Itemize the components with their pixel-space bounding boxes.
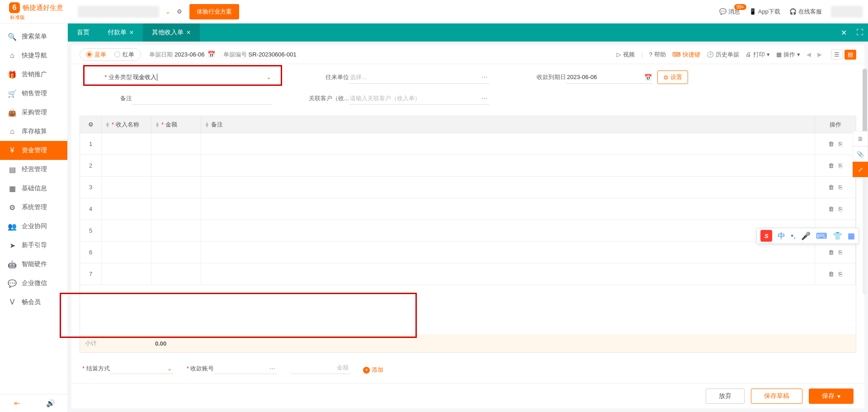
sidebar-item-1[interactable]: ⌂快捷导航 (0, 46, 67, 65)
cell-name[interactable] (102, 133, 151, 154)
cell-amount[interactable] (151, 198, 201, 220)
cell-name[interactable] (102, 263, 151, 285)
cell-note[interactable] (201, 177, 815, 198)
remark-input[interactable] (132, 92, 272, 105)
close-icon[interactable]: ✕ (186, 29, 191, 36)
cell-note[interactable] (201, 263, 815, 285)
ime-toolbar[interactable]: S 中 •, 🎤 ⌨ 👕 ▦ (756, 228, 859, 244)
biz-type-select[interactable]: 现金收入 ⌄ (132, 71, 272, 84)
col-note[interactable]: 备注 (211, 121, 223, 129)
settings-gear-icon[interactable]: ⚙ (177, 8, 182, 15)
sound-icon[interactable]: 🔊 (34, 399, 68, 407)
cell-note[interactable] (201, 133, 815, 154)
delete-row-icon[interactable]: 🗑 (828, 249, 834, 256)
cell-name[interactable] (102, 242, 151, 263)
ime-keyboard-icon[interactable]: ⌨ (816, 231, 827, 241)
tab-2[interactable]: 其他收入单✕ (143, 23, 200, 42)
ime-skin-icon[interactable]: 👕 (833, 231, 842, 241)
table-row[interactable]: 1🗑⎘ (80, 133, 856, 155)
copy-row-icon[interactable]: ⎘ (839, 206, 842, 212)
settings-button[interactable]: ⚙设置 (657, 70, 688, 84)
save-draft-button[interactable]: 保存草稿 (751, 389, 802, 404)
delete-row-icon[interactable]: 🗑 (828, 206, 834, 212)
sidebar-item-0[interactable]: 🔍搜索菜单 (0, 27, 67, 46)
sidebar-item-5[interactable]: ⌂库存核算 (0, 122, 67, 141)
settle-account-select[interactable]: ⋯ (214, 363, 277, 374)
ime-lang[interactable]: 中 (778, 231, 785, 241)
collapse-sidebar-icon[interactable]: ⇤ (0, 399, 34, 407)
settle-method-select[interactable]: ⌄ (110, 363, 173, 374)
expand-tool-icon[interactable]: ⤢ (853, 162, 868, 177)
add-settlement-button[interactable]: +添加 (363, 366, 383, 374)
sidebar-item-12[interactable]: 🤖智能硬件 (0, 255, 67, 274)
sidebar-item-3[interactable]: 🛒销售管理 (0, 84, 67, 103)
cell-name[interactable] (102, 220, 151, 241)
discard-button[interactable]: 放弃 (706, 389, 745, 404)
sidebar-item-14[interactable]: V畅会员 (0, 293, 67, 312)
cell-amount[interactable] (151, 177, 201, 198)
delete-row-icon[interactable]: 🗑 (828, 184, 834, 191)
col-income-name[interactable]: 收入名称 (112, 121, 139, 129)
delete-row-icon[interactable]: 🗑 (828, 140, 834, 147)
calendar-icon[interactable]: 📅 (644, 74, 652, 81)
sidebar-item-9[interactable]: ⚙系统管理 (0, 198, 67, 217)
tab-fullscreen-icon[interactable]: ⛶ (852, 28, 868, 37)
cell-amount[interactable] (151, 155, 201, 176)
table-row[interactable]: 7🗑⎘ (80, 263, 856, 285)
table-row[interactable]: 6🗑⎘ (80, 242, 856, 263)
shortcut-link[interactable]: ⌨快捷键 (672, 51, 700, 59)
user-avatar[interactable] (831, 6, 863, 18)
history-link[interactable]: 🕑历史单据 (707, 51, 739, 59)
view-list-toggle[interactable]: ☰ (831, 50, 843, 60)
col-amount[interactable]: 金额 (161, 121, 177, 129)
copy-row-icon[interactable]: ⎘ (839, 140, 842, 147)
tab-1[interactable]: 付款单✕ (99, 23, 143, 42)
cell-note[interactable] (201, 198, 815, 220)
account-name[interactable] (78, 6, 159, 18)
sidebar-item-8[interactable]: ▦基础信息 (0, 179, 67, 198)
partner-select[interactable]: 选择...⋯ (349, 71, 489, 84)
settle-amount-input[interactable]: 金额 (291, 362, 349, 374)
copy-row-icon[interactable]: ⎘ (839, 249, 842, 256)
sidebar-item-7[interactable]: ▤经营管理 (0, 160, 67, 179)
sidebar-item-13[interactable]: 💬企业微信 (0, 274, 67, 293)
sidebar-item-10[interactable]: 👥企业协同 (0, 217, 67, 236)
table-row[interactable]: 5🗑⎘ (80, 220, 856, 242)
table-row[interactable]: 2🗑⎘ (80, 155, 856, 177)
customer-input[interactable]: 请输入关联客户（收入单）⋯ (349, 92, 489, 105)
column-settings-icon[interactable]: ⚙ (80, 116, 102, 133)
online-service-link[interactable]: 🎧 在线客服 (789, 8, 822, 16)
cell-note[interactable] (201, 220, 815, 241)
help-link[interactable]: ?帮助 (649, 51, 666, 59)
attach-tool-icon[interactable]: 📎 (853, 146, 868, 162)
due-date-input[interactable]: 2023-06-06📅 (566, 71, 653, 84)
more-icon[interactable]: ⋯ (481, 95, 488, 102)
note-tool-icon[interactable]: 🗎 (853, 131, 868, 146)
radio-red[interactable]: 红单 (114, 51, 134, 59)
vertical-scrollbar[interactable] (863, 69, 864, 295)
tab-0[interactable]: 首页 (68, 23, 99, 42)
cell-note[interactable] (201, 155, 815, 176)
tab-close-all-icon[interactable]: ✕ (835, 28, 852, 37)
more-icon[interactable]: ⋯ (269, 365, 276, 372)
doc-date-value[interactable]: 2023-06-06 (175, 51, 205, 58)
next-doc-icon[interactable]: ▶ (817, 51, 822, 58)
app-download-link[interactable]: 📱 App下载 (749, 8, 780, 16)
copy-row-icon[interactable]: ⎘ (839, 184, 842, 191)
ime-punct-icon[interactable]: •, (791, 231, 796, 240)
ime-mic-icon[interactable]: 🎤 (801, 231, 811, 241)
cell-amount[interactable] (151, 263, 201, 285)
save-button[interactable]: 保存▾ (809, 389, 854, 404)
radio-blue[interactable]: 蓝单 (86, 51, 106, 59)
account-chevron-icon[interactable]: ⌄ (165, 8, 170, 15)
cell-amount[interactable] (151, 242, 201, 263)
sidebar-item-4[interactable]: 👜采购管理 (0, 103, 67, 122)
cell-name[interactable] (102, 155, 151, 176)
print-link[interactable]: 🖨打印▾ (745, 51, 770, 59)
table-row[interactable]: 3🗑⎘ (80, 177, 856, 198)
more-icon[interactable]: ⋯ (481, 74, 488, 80)
sidebar-item-6[interactable]: ¥资金管理 (0, 141, 67, 160)
try-industry-button[interactable]: 体验行业方案 (189, 4, 239, 19)
calendar-icon[interactable]: 📅 (208, 51, 215, 58)
operations-link[interactable]: ▦操作▾ (776, 51, 800, 59)
